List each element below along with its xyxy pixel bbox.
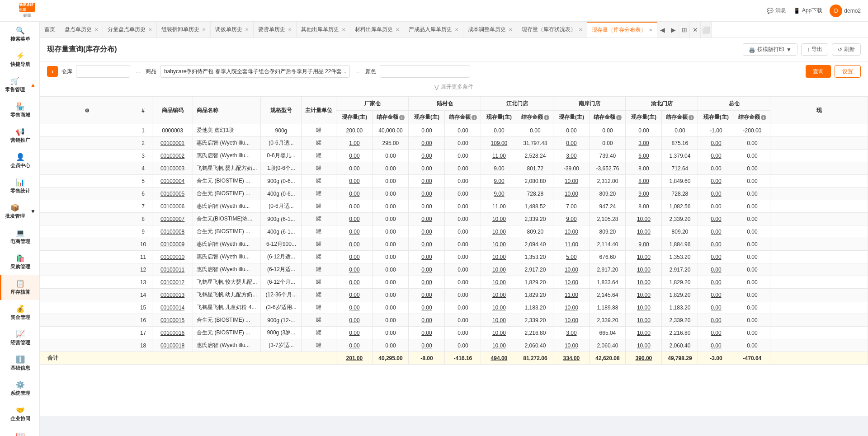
btn-search[interactable]: 查询 (806, 65, 831, 78)
row-settings[interactable] (40, 238, 134, 251)
row-c4-qty[interactable]: 5.00 (553, 251, 590, 263)
tab-nav-prev[interactable]: ◀ (657, 22, 668, 38)
summary-c3-qty[interactable]: 494.00 (481, 352, 517, 365)
sidebar-item-wholesale[interactable]: 📦 批发管理 ▼ (0, 199, 39, 224)
row-settings[interactable] (40, 137, 134, 150)
row-c5-qty[interactable]: 6.00 (626, 150, 662, 162)
row-t-qty[interactable]: 0.00 (698, 175, 734, 188)
row-settings[interactable] (40, 200, 134, 213)
summary-c1-qty[interactable]: 201.00 (336, 352, 373, 365)
row-settings[interactable] (40, 289, 134, 301)
sidebar-item-ecommerce[interactable]: 💻 电商管理 (0, 224, 39, 249)
row-c5-qty[interactable]: 9.00 (626, 238, 662, 251)
tab-close-order[interactable]: ✕ (288, 27, 292, 32)
row-c4-qty[interactable]: 0.00 (553, 124, 590, 137)
row-c2-qty[interactable]: 0.00 (409, 200, 445, 213)
row-c2-qty[interactable]: 0.00 (409, 314, 445, 327)
row-c4-qty[interactable]: 10.00 (553, 175, 590, 188)
row-c4-qty[interactable]: 9.00 (553, 213, 590, 225)
row-c4-qty[interactable]: 11.00 (553, 238, 590, 251)
row-settings[interactable] (40, 327, 134, 339)
summary-t-qty[interactable]: -3.00 (698, 352, 734, 365)
row-code[interactable]: 00100011 (152, 263, 193, 276)
row-c3-qty[interactable]: 10.00 (481, 289, 517, 301)
c1-amt-info[interactable]: i (399, 115, 405, 120)
row-t-qty[interactable]: 0.00 (698, 301, 734, 314)
row-c2-qty[interactable]: 0.00 (409, 124, 445, 137)
tab-maximize[interactable]: ⬜ (701, 22, 712, 38)
row-c3-qty[interactable]: 10.00 (481, 327, 517, 339)
tab-assembly-history[interactable]: 组装拆卸单历史 ✕ (157, 22, 211, 38)
row-c2-qty[interactable]: 0.00 (409, 263, 445, 276)
row-settings[interactable] (40, 188, 134, 200)
row-settings[interactable] (40, 124, 134, 137)
row-t-qty[interactable]: 0.00 (698, 276, 734, 289)
row-c5-qty[interactable]: 0.00 (626, 124, 662, 137)
tab-close-stock-distribution[interactable]: ✕ (649, 28, 652, 33)
row-c2-qty[interactable]: 0.00 (409, 301, 445, 314)
tab-finished-inbound-history[interactable]: 产成品入库单历史 ✕ (404, 22, 463, 38)
row-c1-qty[interactable]: 0.00 (336, 175, 373, 188)
row-c1-qty[interactable]: 200.00 (336, 124, 373, 137)
row-c1-qty[interactable]: 0.00 (336, 276, 373, 289)
row-c1-qty[interactable]: 0.00 (336, 339, 373, 352)
row-t-qty[interactable]: 0.00 (698, 289, 734, 301)
sidebar-item-inventory[interactable]: 📋 库存核算 (0, 275, 39, 300)
sidebar-item-search[interactable]: 🔍 搜索英单 (0, 22, 39, 47)
row-t-qty[interactable]: 0.00 (698, 162, 734, 175)
tab-outbound-history[interactable]: 其他出库单历史 ✕ (297, 22, 350, 38)
tab-close-cost-adjustment[interactable]: ✕ (509, 27, 512, 32)
row-c1-qty[interactable]: 0.00 (336, 327, 373, 339)
tab-qty-stocktake-history[interactable]: 分量盘点单历史 ✕ (103, 22, 157, 38)
row-c5-qty[interactable]: 10.00 (626, 327, 662, 339)
row-c3-qty[interactable]: 10.00 (481, 263, 517, 276)
row-c5-qty[interactable]: 10.00 (626, 314, 662, 327)
tab-stock-status[interactable]: 现存量（库存状况表） ✕ (517, 22, 587, 38)
row-t-qty[interactable]: 0.00 (698, 263, 734, 276)
tab-nav-next[interactable]: ▶ (668, 22, 679, 38)
row-c3-qty[interactable]: 109.00 (481, 137, 517, 150)
row-c1-qty[interactable]: 0.00 (336, 200, 373, 213)
sidebar-item-purchase[interactable]: 🛍️ 采购管理 (0, 249, 39, 275)
tab-material-outbound-history[interactable]: 材料出库单历史 ✕ (350, 22, 404, 38)
row-c3-qty[interactable]: 11.00 (481, 150, 517, 162)
row-c4-qty[interactable]: 11.00 (553, 289, 590, 301)
row-c5-qty[interactable]: 10.00 (626, 263, 662, 276)
color-input[interactable] (380, 65, 470, 78)
summary-c4-qty[interactable]: 334.00 (553, 352, 590, 365)
row-c3-qty[interactable]: 10.00 (481, 225, 517, 238)
sidebar-item-marketing[interactable]: 📢 营销推广 (0, 123, 39, 148)
row-c1-qty[interactable]: 0.00 (336, 213, 373, 225)
user-menu[interactable]: D demo2 (830, 5, 861, 17)
row-settings[interactable] (40, 314, 134, 327)
row-t-qty[interactable]: 0.00 (698, 200, 734, 213)
row-c5-qty[interactable]: 10.00 (626, 339, 662, 352)
row-c2-qty[interactable]: 0.00 (409, 175, 445, 188)
row-c2-qty[interactable]: 0.00 (409, 289, 445, 301)
btn-refresh[interactable]: ↺ 刷新 (832, 43, 861, 56)
row-settings[interactable] (40, 263, 134, 276)
row-c4-qty[interactable]: -39.00 (553, 162, 590, 175)
row-c2-qty[interactable]: 0.00 (409, 162, 445, 175)
btn-setting[interactable]: 设置 (835, 65, 861, 78)
sidebar-item-system[interactable]: ⚙️ 系统管理 (0, 376, 39, 401)
row-c5-qty[interactable]: 8.00 (626, 200, 662, 213)
sidebar-item-operations[interactable]: 📈 经营管理 (0, 325, 39, 351)
tab-close-assembly[interactable]: ✕ (202, 27, 206, 32)
row-c2-qty[interactable]: 0.00 (409, 137, 445, 150)
product-input[interactable] (160, 65, 350, 78)
row-c4-qty[interactable]: 10.00 (553, 263, 590, 276)
row-c4-qty[interactable]: 10.00 (553, 339, 590, 352)
row-c5-qty[interactable]: 10.00 (626, 289, 662, 301)
row-settings[interactable] (40, 150, 134, 162)
row-settings[interactable] (40, 276, 134, 289)
row-code[interactable]: 00100004 (152, 175, 193, 188)
row-c5-qty[interactable]: 9.00 (626, 188, 662, 200)
row-c4-qty[interactable]: 10.00 (553, 225, 590, 238)
row-code[interactable]: 00100006 (152, 200, 193, 213)
row-c3-qty[interactable]: 10.00 (481, 314, 517, 327)
sidebar-item-guide[interactable]: 📖 新手引导 (0, 427, 39, 436)
row-c2-qty[interactable]: 0.00 (409, 327, 445, 339)
tab-cost-adjustment-history[interactable]: 成本调整单历史 ✕ (463, 22, 517, 38)
row-settings[interactable] (40, 213, 134, 225)
